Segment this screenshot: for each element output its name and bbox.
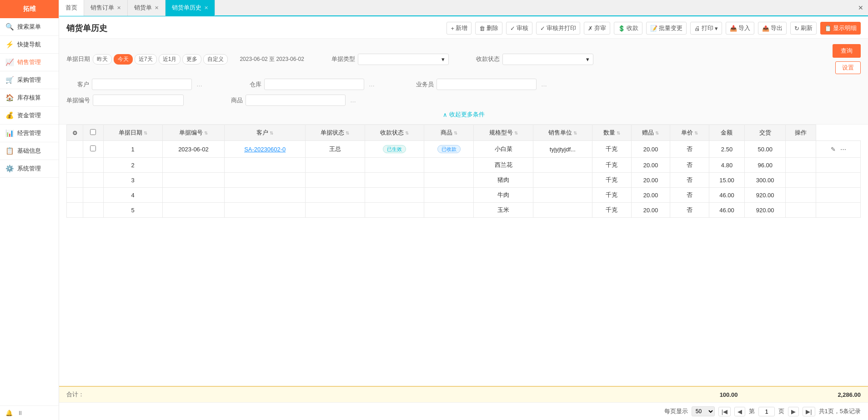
sidebar-item-label: 经营管理 — [17, 129, 41, 137]
more-action-icon[interactable]: ⋯ — [838, 144, 848, 154]
voucher-no-input[interactable] — [93, 95, 184, 106]
date-btn-more[interactable]: 更多 — [182, 54, 201, 65]
warehouse-input[interactable] — [264, 79, 364, 90]
customer-filter-item: 客户 … — [66, 79, 202, 90]
sidebar-item-inventory-calc[interactable]: 🏠 库存核算 — [0, 89, 59, 107]
close-all-tabs-button[interactable]: ✕ — [858, 4, 863, 11]
customer-input[interactable] — [92, 79, 192, 90]
select-all-checkbox[interactable] — [90, 129, 96, 135]
set-button[interactable]: 设置 — [835, 61, 861, 74]
payment-status-select[interactable]: ▾ — [502, 54, 593, 65]
collect-button[interactable]: 💲 收款 — [614, 22, 642, 35]
sidebar-item-basic-info[interactable]: 📋 基础信息 — [0, 142, 59, 160]
salesperson-input[interactable] — [437, 79, 537, 90]
voucher-type-select[interactable]: ▾ — [358, 54, 449, 65]
tab-sales-order[interactable]: 销售订单 ✕ — [84, 0, 128, 16]
customer-dots[interactable]: … — [196, 81, 202, 88]
sidebar-item-sys-mgmt[interactable]: ⚙️ 系统管理 — [0, 160, 59, 178]
print-button[interactable]: 🖨 打印 ▾ — [690, 22, 722, 35]
first-page-button[interactable]: |◀ — [718, 407, 731, 416]
goods-input[interactable] — [246, 95, 346, 106]
approve-button[interactable]: ✓ 审核 — [506, 22, 532, 35]
delete-button[interactable]: 🗑 删除 — [475, 22, 502, 35]
page-size-select[interactable]: 50 100 200 — [692, 406, 715, 416]
export-button[interactable]: 📤 导出 — [758, 22, 787, 35]
sidebar-item-sales-mgmt[interactable]: 📈 销售管理 — [0, 54, 59, 71]
pay-status-badge: 已收款 — [437, 145, 461, 153]
refresh-button[interactable]: ↻ 刷新 — [790, 22, 817, 35]
sidebar-bottom-icon1[interactable]: 🔔 — [5, 410, 13, 416]
row-pay-status — [424, 158, 474, 173]
sidebar-item-ops-mgmt[interactable]: 📊 经营管理 — [0, 125, 59, 142]
sidebar-item-search-menu[interactable]: 🔍 搜索菜单 — [0, 18, 59, 36]
row-goods: 猪肉 — [474, 173, 533, 188]
collapse-button[interactable]: ∧ 收起更多条件 — [66, 110, 861, 119]
row-checkbox[interactable] — [83, 141, 104, 158]
date-btn-yesterday[interactable]: 昨天 — [93, 54, 112, 65]
edit-icon[interactable]: ✎ — [828, 144, 838, 154]
row-select-checkbox[interactable] — [90, 145, 96, 151]
qty-header[interactable]: 数量 ⇅ — [592, 125, 631, 141]
price-header[interactable]: 单价 ⇅ — [670, 125, 709, 141]
pay-status-header[interactable]: 收款状态 ⇅ — [365, 125, 424, 141]
unit-header[interactable]: 销售单位 ⇅ — [533, 125, 592, 141]
date-btn-1month[interactable]: 近1月 — [159, 54, 181, 65]
row-action — [816, 188, 861, 203]
prev-page-button[interactable]: ◀ — [734, 407, 745, 416]
row-checkbox[interactable] — [83, 203, 104, 218]
sidebar-bottom-icon2[interactable]: ⏸ — [17, 410, 23, 416]
salesperson-dots[interactable]: … — [541, 81, 547, 88]
next-page-button[interactable]: ▶ — [788, 407, 799, 416]
sidebar-item-finance-mgmt[interactable]: 💰 资金管理 — [0, 107, 59, 125]
row-gift: 否 — [670, 141, 709, 158]
goods-dots[interactable]: … — [350, 97, 356, 104]
date-btn-7days[interactable]: 近7天 — [135, 54, 157, 65]
row-checkbox[interactable] — [83, 158, 104, 173]
row-checkbox[interactable] — [83, 188, 104, 203]
tab-sales-goods[interactable]: 销货单 ✕ — [128, 0, 166, 16]
status-header[interactable]: 单据状态 ⇅ — [306, 125, 365, 141]
goods-header[interactable]: 商品 ⇅ — [424, 125, 474, 141]
tab-sales-goods-close[interactable]: ✕ — [155, 5, 159, 11]
spec-header[interactable]: 规格型号 ⇅ — [474, 125, 533, 141]
date-label: 单据日期 — [66, 55, 90, 63]
row-customer — [306, 158, 365, 173]
filter-row-3: 单据编号 商品 … — [66, 95, 861, 106]
row-spec — [533, 188, 592, 203]
tab-sales-order-close[interactable]: ✕ — [117, 5, 121, 11]
row-amount: 50.00 — [745, 141, 786, 158]
row-pay-status — [424, 203, 474, 218]
checkbox-header[interactable] — [83, 125, 104, 141]
date-btn-today[interactable]: 今天 — [114, 54, 133, 65]
sidebar-item-purchase-mgmt[interactable]: 🛒 采购管理 — [0, 71, 59, 89]
tab-sales-history[interactable]: 销货单历史 ✕ — [166, 0, 215, 16]
voucher-no-link[interactable]: SA-20230602-0 — [244, 146, 286, 153]
page-input[interactable] — [758, 407, 775, 416]
tab-sales-history-close[interactable]: ✕ — [204, 5, 208, 11]
last-page-button[interactable]: ▶| — [803, 407, 815, 416]
import-button[interactable]: 📥 导入 — [726, 22, 754, 35]
warehouse-dots[interactable]: … — [369, 81, 375, 88]
query-button[interactable]: 查询 — [833, 44, 861, 58]
voucher-no-header[interactable]: 单据编号 ⇅ — [162, 125, 224, 141]
customer-header[interactable]: 客户 ⇅ — [225, 125, 306, 141]
new-button[interactable]: + 新增 — [447, 22, 472, 35]
approve-print-icon: ✓ — [540, 25, 545, 32]
tab-home[interactable]: 首页 — [59, 0, 84, 16]
row-checkbox[interactable] — [83, 173, 104, 188]
sidebar-item-label: 资金管理 — [17, 111, 41, 120]
row-amount: 920.00 — [745, 203, 786, 218]
date-header[interactable]: 单据日期 ⇅ — [103, 125, 162, 141]
gift-header[interactable]: 赠品 ⇅ — [631, 125, 670, 141]
row-unit: 千克 — [592, 203, 631, 218]
sidebar-item-quick-nav[interactable]: ⚡ 快捷导航 — [0, 36, 59, 54]
batch-change-icon: 📝 — [650, 25, 657, 32]
revoke-button[interactable]: ✗ 弃审 — [584, 22, 610, 35]
approve-print-button[interactable]: ✓ 审核并打印 — [536, 22, 580, 35]
action-header: 操作 — [786, 125, 816, 141]
row-no: 5 — [103, 203, 162, 218]
date-btn-custom[interactable]: 自定义 — [203, 54, 228, 65]
show-detail-button[interactable]: 📋 显示明细 — [820, 22, 861, 35]
batch-change-button[interactable]: 📝 批量变更 — [646, 22, 687, 35]
settings-gear-header[interactable]: ⚙ — [67, 125, 83, 141]
